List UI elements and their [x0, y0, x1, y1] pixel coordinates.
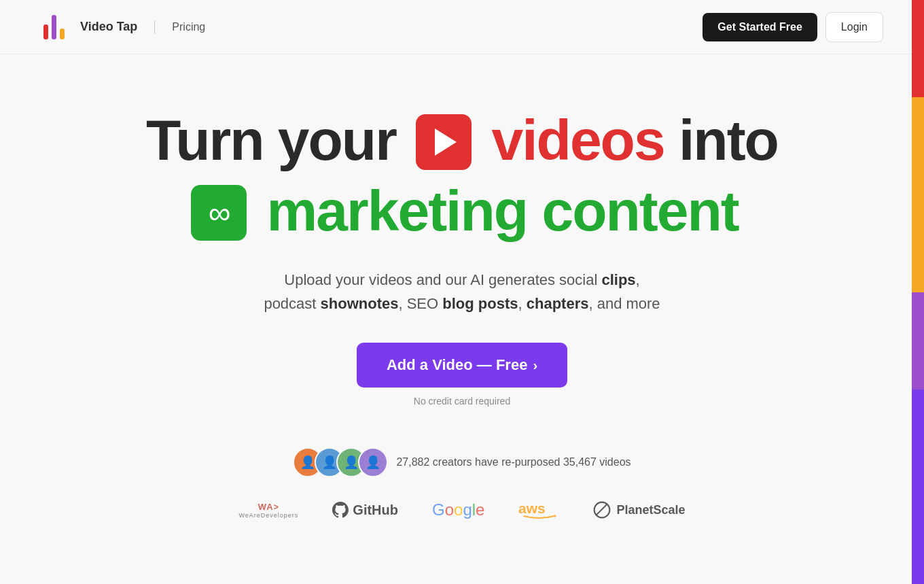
planetscale-label: PlanetScale: [616, 503, 685, 517]
aws-icon: aws: [518, 498, 559, 522]
hero-headline: Turn your videos into ∞ marketing conten…: [146, 109, 778, 243]
sub-seo: , SEO: [398, 295, 442, 312]
headline-videos: videos: [492, 108, 664, 172]
sub-chapters: chapters: [527, 295, 589, 312]
svg-marker-1: [554, 515, 557, 518]
sub-clips: clips: [601, 271, 635, 288]
avatar-4: 👤: [358, 447, 388, 477]
infinity-icon: ∞: [191, 185, 247, 241]
no-credit-card-text: No credit card required: [414, 396, 510, 407]
logo-aws: aws: [518, 498, 559, 522]
logo-planetscale: PlanetScale: [593, 501, 685, 519]
nav-right: Get Started Free Login: [703, 12, 883, 42]
svg-line-3: [597, 504, 608, 515]
svg-text:aws: aws: [518, 500, 546, 516]
brand-name: Video Tap: [80, 20, 137, 34]
cta-arrow: ›: [533, 358, 537, 373]
logo-weareDevelopers: WA> WeAreDevelopers: [238, 502, 298, 519]
navbar: Video Tap Pricing Get Started Free Login: [0, 0, 924, 54]
sub-blogposts: blog posts: [442, 295, 518, 312]
cta-wrapper: Add a Video — Free › No credit card requ…: [357, 343, 567, 407]
headline-marketing-content: marketing content: [267, 179, 739, 243]
infinity-symbol: ∞: [209, 197, 230, 228]
hero-section: Turn your videos into ∞ marketing conten…: [0, 54, 924, 556]
wa-logo-sub: WeAreDevelopers: [238, 512, 298, 519]
avatars-row: 👤 👤 👤 👤 27,882 creators have re-purposed…: [293, 447, 630, 477]
google-label: Google: [432, 500, 484, 519]
wa-logo-text: WA>: [258, 502, 280, 512]
github-label: GitHub: [353, 502, 398, 518]
social-stats-text: 27,882 creators have re-purposed 35,467 …: [396, 456, 630, 468]
pricing-link[interactable]: Pricing: [172, 21, 205, 33]
github-icon: [332, 502, 349, 518]
nav-divider: [154, 20, 155, 34]
sub-end: , and more: [588, 295, 660, 312]
headline-into: into: [679, 108, 778, 172]
logo-bar-orange: [60, 29, 65, 39]
sub-shownotes: shownotes: [321, 295, 399, 312]
sub-sep2: ,: [518, 295, 526, 312]
right-color-bar: [912, 0, 924, 584]
logo-github: GitHub: [332, 502, 398, 518]
get-started-button[interactable]: Get Started Free: [703, 13, 817, 41]
nav-left: Video Tap Pricing: [41, 11, 205, 44]
logo-bar-red: [43, 24, 48, 39]
planetscale-icon: [593, 501, 611, 519]
login-button[interactable]: Login: [825, 12, 883, 42]
avatar-stack: 👤 👤 👤 👤: [293, 447, 388, 477]
headline-turn-your: Turn your: [146, 108, 396, 172]
sub-comma1: ,: [636, 271, 640, 288]
cta-label: Add a Video — Free: [387, 356, 527, 374]
logo-google: Google: [432, 500, 484, 519]
add-video-button[interactable]: Add a Video — Free ›: [357, 343, 567, 388]
logos-row: WA> WeAreDevelopers GitHub Google aws: [238, 498, 685, 522]
sub-before-clips: Upload your videos and our AI generates …: [284, 271, 601, 288]
play-triangle: [435, 128, 457, 156]
logo-bar-purple: [52, 15, 56, 39]
sub-podcast: podcast: [264, 295, 320, 312]
social-proof: 👤 👤 👤 👤 27,882 creators have re-purposed…: [238, 447, 685, 522]
logo-icon: [41, 11, 67, 44]
hero-subheading: Upload your videos and our AI generates …: [264, 268, 660, 315]
video-play-icon: [416, 114, 472, 170]
